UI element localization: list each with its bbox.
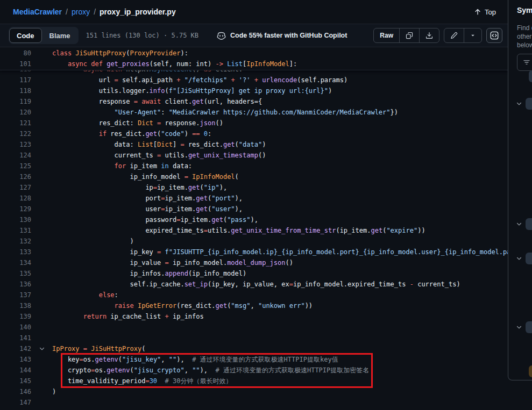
symbol-row (516, 70, 532, 82)
file-view: MediaCrawler/proxy/proxy_ip_provider.py … (0, 0, 508, 410)
fold-gutter (31, 150, 52, 161)
fold-gutter (31, 96, 52, 107)
breadcrumb-separator: / (66, 8, 68, 16)
code-line: 128port=ip_item.get("port"), (0, 193, 508, 204)
line-number[interactable]: 140 (0, 322, 31, 333)
chevron-down-icon[interactable] (516, 255, 522, 262)
line-number[interactable]: 135 (0, 268, 31, 279)
symbols-panel-description: Find definitions and references for func… (517, 24, 532, 49)
symbol-pill[interactable] (526, 253, 532, 264)
symbols-panel-toggle-button[interactable] (486, 28, 502, 43)
line-number[interactable]: 124 (0, 150, 31, 161)
back-to-top-button[interactable]: Top (470, 6, 500, 18)
line-number[interactable]: 80 (0, 48, 31, 59)
edit-button[interactable] (444, 28, 464, 42)
symbol-row (516, 365, 532, 377)
line-number[interactable]: 131 (0, 225, 31, 236)
code-text: self.ip_cache.set_ip(ip_key, ip_value, e… (52, 279, 508, 290)
line-number[interactable]: 132 (0, 236, 31, 247)
code-text: "User-Agent": "MediaCrawler https://gith… (52, 107, 508, 118)
symbol-pill-highlighted[interactable] (529, 365, 532, 377)
tab-blame[interactable]: Blame (42, 28, 78, 43)
symbol-pill[interactable] (526, 321, 532, 333)
line-number[interactable]: 145 (0, 376, 31, 386)
line-number[interactable]: 143 (0, 354, 31, 365)
edit-options-button[interactable] (464, 28, 481, 42)
line-number[interactable]: 125 (0, 161, 31, 171)
chevron-down-icon[interactable] (516, 100, 522, 107)
fold-gutter (31, 247, 52, 257)
line-number[interactable]: 128 (0, 193, 31, 204)
code-line: 117url = self.api_path + "/fetchips" + '… (0, 75, 508, 85)
code-text: current_ts = utils.get_unix_timestamp() (52, 150, 508, 161)
code-text: utils.logger.info(f"[JiSuHttpProxy] get … (52, 85, 508, 96)
line-number[interactable]: 133 (0, 247, 31, 257)
line-number[interactable]: 118 (0, 85, 31, 96)
symbol-pill[interactable] (526, 98, 532, 110)
code-text: expired_time_ts=utils.get_unix_time_from… (52, 225, 508, 236)
code-text: IpProxy = JiSuHttpProxy( (52, 343, 508, 354)
fold-toggle-icon[interactable] (31, 343, 52, 354)
download-icon (425, 32, 433, 39)
symbol-row (516, 218, 532, 230)
line-number[interactable]: 121 (0, 118, 31, 128)
line-number[interactable]: 101 (0, 59, 31, 69)
line-number[interactable]: 126 (0, 171, 31, 182)
breadcrumb-filename: proxy_ip_provider.py (100, 8, 176, 16)
line-number[interactable]: 146 (0, 386, 31, 397)
line-number[interactable]: 136 (0, 279, 31, 290)
line-number[interactable]: 130 (0, 214, 31, 225)
symbols-description-line: other symbols in this file by clicking a… (517, 32, 532, 41)
line-number[interactable]: 120 (0, 107, 31, 118)
fold-gutter (31, 397, 52, 408)
code-text: key=os.getenv("jisu_key", ""), # 通过环境变量的… (52, 354, 508, 365)
code-line: 138raise IpGetError(res_dict.get("msg", … (0, 300, 508, 311)
line-number[interactable]: 139 (0, 311, 31, 322)
line-number[interactable]: 127 (0, 182, 31, 193)
fold-gutter (31, 225, 52, 236)
code-line: 132) (0, 236, 508, 247)
symbol-pill[interactable] (529, 70, 532, 82)
tab-code[interactable]: Code (9, 28, 42, 43)
line-number[interactable]: 141 (0, 333, 31, 343)
chevron-down-icon[interactable] (516, 221, 522, 227)
symbol-pill[interactable] (526, 218, 532, 230)
line-number[interactable]: 137 (0, 290, 31, 300)
fold-gutter (31, 311, 52, 322)
breadcrumb-dir-link[interactable]: proxy (72, 8, 90, 16)
code-text: url = self.api_path + "/fetchips" + '?' … (52, 75, 508, 85)
line-number[interactable]: 134 (0, 257, 31, 268)
code-text: ip_infos.append(ip_info_model) (52, 268, 508, 279)
file-toolbar: Code Blame 151 lines (130 loc) · 5.75 KB… (0, 24, 508, 47)
symbols-filter-input[interactable] (517, 54, 532, 71)
download-button[interactable] (419, 28, 439, 42)
raw-button[interactable]: Raw (374, 28, 399, 42)
line-number[interactable]: 142 (0, 343, 31, 354)
code-line: 144crypto=os.getenv("jisu_crypto", ""), … (0, 365, 508, 376)
line-number[interactable]: 144 (0, 365, 31, 376)
fold-gutter (31, 139, 52, 150)
line-number[interactable]: 138 (0, 300, 31, 311)
code-line: 133ip_key = f"JISUHTTP_{ip_info_model.ip… (0, 247, 508, 257)
symbols-panel-icon (490, 31, 499, 40)
code-line: 130password=ip_item.get("pass"), (0, 214, 508, 225)
file-meta-info: 151 lines (130 loc) · 5.75 KB (86, 32, 199, 39)
line-number[interactable]: 122 (0, 128, 31, 139)
filter-icon (523, 59, 530, 66)
code-lines: 116async with httpx.AsyncClient() as cli… (0, 64, 508, 408)
line-number[interactable]: 129 (0, 204, 31, 214)
code-text: for ip_item in data: (52, 161, 508, 171)
line-number[interactable]: 123 (0, 139, 31, 150)
code-text (52, 397, 508, 408)
chevron-down-icon[interactable] (516, 324, 522, 330)
breadcrumb: MediaCrawler/proxy/proxy_ip_provider.py … (0, 0, 508, 24)
code-text: class JiSuHttpProxy(ProxyProvider): (52, 48, 508, 59)
code-line: 126ip_info_model = IpInfoModel( (0, 171, 508, 182)
copilot-banner[interactable]: Code 55% faster with GitHub Copilot (217, 31, 347, 40)
copy-button[interactable] (399, 28, 419, 42)
line-number[interactable]: 147 (0, 397, 31, 408)
line-number[interactable]: 119 (0, 96, 31, 107)
code-line: 127ip=ip_item.get("ip"), (0, 182, 508, 193)
breadcrumb-repo-link[interactable]: MediaCrawler (13, 8, 62, 16)
line-number[interactable]: 117 (0, 75, 31, 85)
